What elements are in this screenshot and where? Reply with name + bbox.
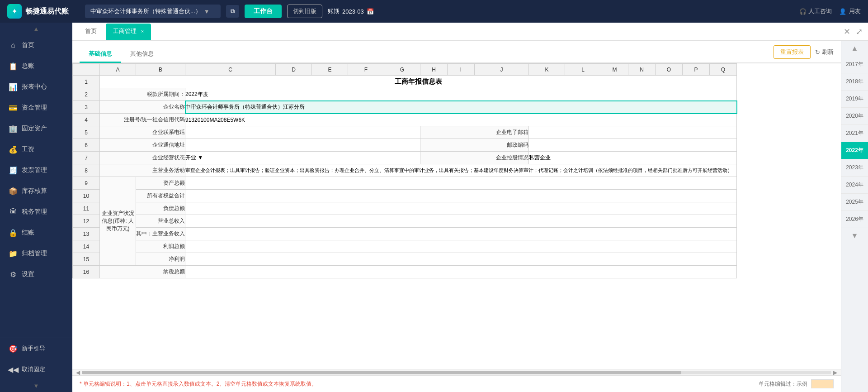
cell-4-value[interactable]: 91320100MA208E5W6K [185, 114, 737, 126]
table-row: 1 工商年报信息表 [73, 76, 737, 88]
logo-area: ✦ 畅捷通易代账 [7, 4, 80, 19]
fund-icon: 💳 [9, 104, 17, 112]
cell-11-value[interactable] [185, 202, 737, 215]
cell-7-status-label: 企业经营状态 [100, 152, 185, 164]
sidebar-scroll-down[interactable]: ▼ [0, 380, 72, 392]
expand-window-button[interactable]: ⤢ [856, 27, 863, 37]
row-num-6: 6 [73, 139, 100, 152]
cell-2-value[interactable]: 2022年度 [185, 88, 737, 101]
sidebar-item-invoice[interactable]: 🧾 发票管理 [0, 160, 72, 181]
year-2022[interactable]: 2022年 [841, 142, 868, 159]
year-2019[interactable]: 2019年 [841, 91, 868, 108]
sidebar-item-archive[interactable]: 📁 归档管理 [0, 243, 72, 264]
cell-16-value[interactable] [185, 266, 737, 278]
year-2023[interactable]: 2023年 [841, 159, 868, 177]
year-2026[interactable]: 2026年 [841, 211, 868, 228]
sidebar-item-fund[interactable]: 💳 资金管理 [0, 97, 72, 118]
report-icon: 📊 [9, 83, 17, 91]
scroll-track[interactable] [82, 371, 831, 374]
spreadsheet-wrapper[interactable]: A B C D E F G H I J K L [72, 63, 841, 369]
year-2024[interactable]: 2024年 [841, 177, 868, 194]
old-version-button[interactable]: 切到旧版 [287, 5, 322, 18]
year-2020[interactable]: 2020年 [841, 108, 868, 125]
cell-12-value[interactable] [185, 215, 737, 228]
cell-10-value[interactable] [185, 190, 737, 202]
cell-3-label: 企业名称 [100, 101, 185, 114]
sidebar-item-report[interactable]: 📊 报表中心 [0, 76, 72, 97]
cell-5-phone[interactable] [185, 126, 420, 139]
sidebar-label-tax: 税务管理 [22, 208, 47, 216]
user-area[interactable]: 👤 用友 [839, 7, 861, 15]
logo-icon: ✦ [7, 4, 22, 19]
cell-7-status-value[interactable]: 开业 ▼ [185, 152, 420, 164]
year-2021[interactable]: 2021年 [841, 125, 868, 142]
cell-6-zip[interactable] [529, 139, 737, 152]
cell-6-address[interactable] [185, 139, 420, 152]
period-label: 账期 [328, 7, 340, 15]
col-header-l: L [565, 64, 601, 76]
sidebar-item-stock[interactable]: 📦 库存核算 [0, 181, 72, 201]
tab-home[interactable]: 首页 [78, 24, 104, 40]
sidebar-scroll-up[interactable]: ▲ [0, 23, 72, 35]
cell-7-control-value[interactable]: 私营企业 [529, 152, 737, 164]
sidebar-item-salary[interactable]: 💰 工资 [0, 139, 72, 160]
cell-5-email-label: 企业电子邮箱 [420, 126, 529, 139]
year-2017[interactable]: 2017年 [841, 56, 868, 73]
sidebar-item-ledger[interactable]: 📋 总账 [0, 56, 72, 76]
sidebar-item-close[interactable]: 🔒 结账 [0, 222, 72, 243]
scroll-right-icon[interactable]: ▶ [831, 369, 839, 376]
sidebar-item-home[interactable]: ⌂ 首页 [0, 35, 72, 56]
sidebar-item-asset[interactable]: 🏢 固定资产 [0, 118, 72, 139]
year-2025[interactable]: 2025年 [841, 194, 868, 211]
horizontal-scrollbar[interactable]: ◀ ▶ [72, 369, 841, 375]
year-2018[interactable]: 2018年 [841, 73, 868, 91]
cell-5-email[interactable] [529, 126, 737, 139]
calendar-icon[interactable]: 📅 [367, 8, 374, 15]
tax-icon: 🏛 [9, 208, 17, 216]
row-num-11: 11 [73, 202, 100, 215]
scroll-left-icon[interactable]: ◀ [74, 369, 82, 376]
col-header-q: Q [710, 64, 737, 76]
reset-report-button[interactable]: 重置报表 [774, 45, 811, 59]
cell-6-zip-label: 邮政编码 [420, 139, 529, 152]
cell-9-value[interactable] [185, 177, 737, 190]
company-selector[interactable]: 中审众环会计师事务所（特殊普通合伙...） ▼ [85, 5, 221, 18]
service-button[interactable]: 🎧 人工咨询 [799, 7, 832, 15]
col-header-c: C [185, 64, 276, 76]
col-header-j: J [475, 64, 529, 76]
year-scroll-up[interactable]: ▲ [849, 41, 860, 56]
cell-15-value[interactable] [185, 253, 737, 266]
tab-industrial[interactable]: 工商管理 × [106, 24, 151, 40]
company-name: 中审众环会计师事务所（特殊普通合伙...） [90, 7, 201, 15]
corner-cell [73, 64, 100, 76]
headset-icon: 🎧 [799, 8, 807, 15]
close-window-button[interactable]: ✕ [844, 27, 850, 37]
cell-8-value[interactable]: 审查企业会计报表；出具审计报告；验证企业资本；出具验资报告；办理企业合并、分立、… [185, 164, 737, 177]
tab-industrial-label: 工商管理 [113, 28, 137, 34]
row-num-14: 14 [73, 240, 100, 253]
workbench-button[interactable]: 工作台 [245, 5, 282, 18]
header-right: 🎧 人工咨询 👤 用友 [799, 7, 861, 15]
cell-3-value[interactable]: 中审众环会计师事务所（特殊普通合伙）江苏分所 [185, 101, 737, 114]
sidebar-item-tax[interactable]: 🏛 税务管理 [0, 201, 72, 222]
year-scroll-down[interactable]: ▼ [849, 228, 860, 244]
cell-title[interactable]: 工商年报信息表 [100, 76, 737, 88]
scroll-thumb[interactable] [82, 371, 681, 374]
invoice-icon: 🧾 [9, 166, 17, 174]
sidebar-item-settings[interactable]: ⚙ 设置 [0, 264, 72, 285]
unpin-icon: ◀◀ [9, 365, 17, 373]
col-header-o: O [656, 64, 683, 76]
sidebar-item-newbie[interactable]: 🎯 新手引导 [0, 338, 72, 359]
refresh-button[interactable]: ↻ 刷新 [815, 48, 834, 56]
sub-tab-other[interactable]: 其他信息 [121, 46, 163, 63]
guide-icon: 🎯 [9, 344, 17, 353]
copy-button[interactable]: ⧉ [226, 5, 239, 18]
col-header-g: G [384, 64, 420, 76]
sidebar-item-unpin[interactable]: ◀◀ 取消固定 [0, 359, 72, 380]
sidebar-label-archive: 归档管理 [22, 249, 47, 258]
cell-13-value[interactable] [185, 228, 737, 240]
asset-icon: 🏢 [9, 124, 17, 133]
sub-tab-basic[interactable]: 基础信息 [80, 46, 121, 63]
tab-close-icon[interactable]: × [141, 29, 144, 34]
cell-14-value[interactable] [185, 240, 737, 253]
